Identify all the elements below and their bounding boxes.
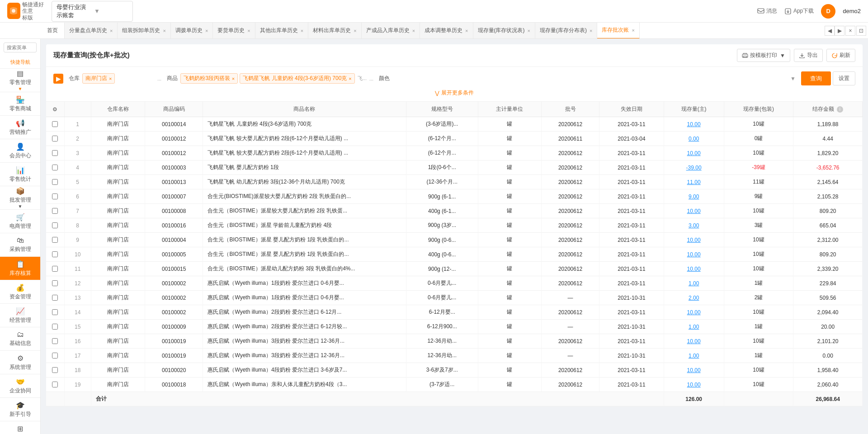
tab-close-diaobo[interactable]: ×	[205, 28, 208, 33]
tab-close-all-button[interactable]: ×	[845, 26, 855, 36]
tab-cpru[interactable]: 产成品入库单历史 ×	[362, 23, 420, 39]
cell-stock-main[interactable]: 10.00	[664, 204, 724, 218]
tab-zuchai[interactable]: 组装拆卸单历史 ×	[118, 23, 170, 39]
goods-tag-1[interactable]: 飞鹤奶粉3段丙搭装 ×	[180, 73, 238, 84]
cell-stock-main[interactable]: 9.00	[664, 189, 724, 204]
row-checkbox[interactable]	[52, 266, 58, 272]
row-checkbox[interactable]	[52, 353, 58, 359]
tab-close-pici[interactable]: ×	[632, 28, 634, 33]
sidebar-item-lingshouguan[interactable]: ▤ 零售管理 ▼	[0, 69, 40, 92]
quick-nav-button[interactable]: 快捷导航	[0, 56, 40, 69]
sidebar-item-kucun[interactable]: 📋 库存核算	[0, 257, 40, 280]
tab-close-clchu[interactable]: ×	[354, 28, 356, 33]
tab-clchu[interactable]: 材料出库单历史 ×	[308, 23, 361, 39]
row-checkbox[interactable]	[52, 280, 58, 286]
sidebar-item-jingying[interactable]: 📈 经营管理	[0, 304, 40, 327]
goods-tag-2-close[interactable]: ×	[349, 76, 351, 81]
sidebar-item-lingshoucheng[interactable]: 🏪 零售商城	[0, 92, 40, 116]
tab-close-fb[interactable]: ×	[590, 28, 592, 33]
tab-close-qtchu[interactable]: ×	[301, 28, 303, 33]
query-button[interactable]: 查询	[801, 71, 831, 85]
sidebar-item-caigou[interactable]: 🛍 采购管理	[0, 233, 40, 257]
cell-stock-main[interactable]: 1.00	[664, 276, 724, 291]
tab-close-zuchai[interactable]: ×	[163, 28, 165, 33]
row-checkbox[interactable]	[52, 237, 58, 243]
tab-yaohuo[interactable]: 要货单历史 ×	[213, 23, 255, 39]
cell-stock-main[interactable]: 10.00	[664, 377, 724, 392]
refresh-button[interactable]: 刷新	[826, 49, 855, 62]
tab-fenpan[interactable]: 分量盘点单历史 ×	[65, 23, 118, 39]
sidebar-item-yingxiao[interactable]: 📢 营销推广	[0, 116, 40, 139]
tab-kucun-pici[interactable]: 库存批次账 ×	[597, 23, 639, 39]
app-download-button[interactable]: App下载	[784, 7, 814, 15]
tab-close-chengben[interactable]: ×	[465, 28, 468, 33]
cell-stock-main[interactable]: 10.00	[664, 117, 724, 132]
cell-stock-main[interactable]: 3.00	[664, 218, 724, 233]
store-selector[interactable]: 母婴行业演示账套 ▼	[52, 1, 133, 22]
template-print-button[interactable]: 按模板打印 ▼	[737, 49, 790, 62]
sidebar-item-huiyuan[interactable]: 👤 会员中心	[0, 139, 40, 163]
tab-close-yaohuo[interactable]: ×	[247, 28, 250, 33]
cell-stock-main[interactable]: 10.00	[664, 233, 724, 247]
row-checkbox[interactable]	[52, 193, 58, 199]
cell-stock-main[interactable]: 10.00	[664, 262, 724, 276]
goods-more-tag[interactable]: 飞...	[358, 75, 367, 82]
balance-info-icon[interactable]: i	[837, 106, 843, 113]
expand-more-btn[interactable]: ⋁ 展开更多条件	[53, 89, 855, 97]
color-dropdown-icon[interactable]: ▼	[790, 75, 796, 82]
th-settings[interactable]: ⚙	[46, 102, 64, 117]
tab-close-kz[interactable]: ×	[528, 28, 530, 33]
cell-stock-main[interactable]: 1.00	[664, 320, 724, 334]
row-checkbox[interactable]	[52, 121, 58, 127]
row-checkbox[interactable]	[52, 295, 58, 301]
column-settings-icon[interactable]: ⚙	[52, 106, 57, 113]
tab-next-button[interactable]: ▶	[835, 26, 844, 36]
goods-tag-2[interactable]: 飞鹤星飞帆 儿童奶粉 4段(3-6岁适用) 700克 ×	[240, 73, 354, 84]
sidebar-item-dianshangguan[interactable]: 🛒 电商管理	[0, 210, 40, 233]
cell-stock-main[interactable]: 10.00	[664, 334, 724, 349]
row-checkbox[interactable]	[52, 222, 58, 228]
cell-stock-main[interactable]: 10.00	[664, 363, 724, 377]
sidebar-item-qiyexietong[interactable]: 🤝 企业协同	[0, 374, 40, 398]
tab-xiancun-kz[interactable]: 现存量(库存状况表) ×	[473, 23, 535, 39]
sidebar-item-jichu[interactable]: 🗂 基础信息	[0, 327, 40, 351]
cell-stock-main[interactable]: 10.00	[664, 247, 724, 262]
cell-stock-main[interactable]: 11.00	[664, 175, 724, 189]
cell-stock-main[interactable]: 0.00	[664, 132, 724, 146]
sidebar-item-yingyong[interactable]: ⊞ 应用中心	[0, 421, 40, 434]
tab-diaobo[interactable]: 调拨单历史 ×	[171, 23, 213, 39]
row-checkbox[interactable]	[52, 251, 58, 257]
sidebar-item-lingshoutongji[interactable]: 📊 零售统计	[0, 163, 40, 186]
cell-stock-main[interactable]: 10.00	[664, 305, 724, 320]
row-checkbox[interactable]	[52, 324, 58, 330]
row-checkbox[interactable]	[52, 338, 58, 344]
row-checkbox[interactable]	[52, 136, 58, 142]
row-checkbox[interactable]	[52, 179, 58, 185]
cell-stock-main[interactable]: 2.00	[664, 291, 724, 305]
cell-stock-main[interactable]: -39.00	[664, 160, 724, 175]
row-checkbox[interactable]	[52, 382, 58, 387]
row-checkbox[interactable]	[52, 165, 58, 170]
tab-chengben[interactable]: 成本调整单历史 ×	[420, 23, 473, 39]
sidebar-item-zijin[interactable]: 💰 资金管理	[0, 280, 40, 304]
row-checkbox[interactable]	[52, 367, 58, 373]
sidebar-item-pifa[interactable]: 📦 批发管理 ▼	[0, 186, 40, 210]
cell-stock-main[interactable]: 1.00	[664, 349, 724, 363]
warehouse-tag-close[interactable]: ×	[109, 76, 112, 81]
tab-xiancun-fb[interactable]: 现存量(库存分布表) ×	[535, 23, 597, 39]
row-checkbox[interactable]	[52, 208, 58, 214]
search-input[interactable]	[4, 42, 37, 52]
row-checkbox[interactable]	[52, 309, 58, 315]
tab-prev-button[interactable]: ◀	[825, 26, 835, 36]
cell-stock-main[interactable]: 10.00	[664, 146, 724, 160]
tab-qtchu[interactable]: 其他出库单历史 ×	[255, 23, 308, 39]
tab-home[interactable]: 首页	[41, 23, 65, 39]
filter-expand-toggle[interactable]: ▶	[53, 74, 63, 84]
tab-close-fenpan[interactable]: ×	[110, 28, 113, 33]
sidebar-item-xinshou[interactable]: 🎓 新手引导	[0, 398, 40, 421]
message-button[interactable]: 消息	[757, 7, 777, 15]
settings-button[interactable]: 设置	[833, 71, 855, 85]
tab-close-cpru[interactable]: ×	[412, 28, 415, 33]
sidebar-item-xitong[interactable]: ⚙ 系统管理	[0, 351, 40, 374]
warehouse-tag[interactable]: 南岸门店 ×	[82, 73, 115, 84]
